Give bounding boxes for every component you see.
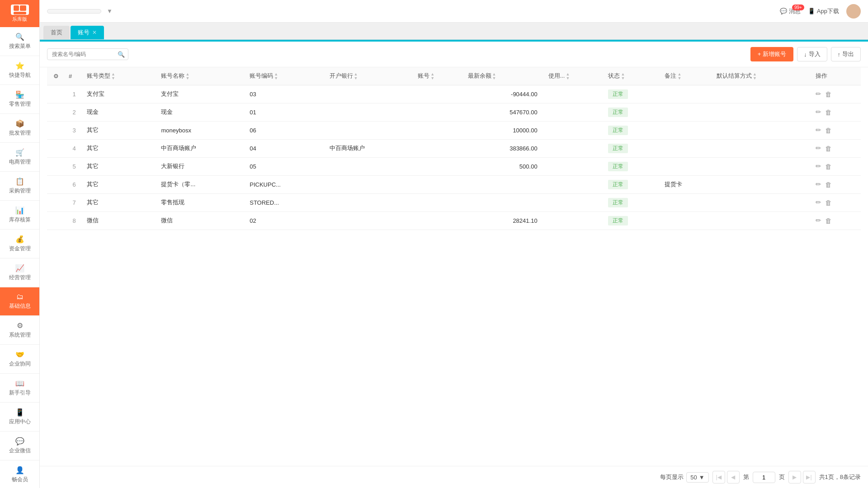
col-usage[interactable]: 使用...▲▼ <box>545 67 605 85</box>
tab-account[interactable]: 账号✕ <box>71 26 104 39</box>
sidebar-item-wholesale[interactable]: 📦批发管理 <box>0 114 39 143</box>
col-account[interactable]: 账号▲▼ <box>414 67 464 85</box>
download-button[interactable]: 📱 App下载 <box>808 7 839 15</box>
account-search-input[interactable] <box>47 48 128 60</box>
sidebar-item-retail[interactable]: 🏪零售管理 <box>0 85 39 114</box>
sidebar-item-agreement[interactable]: 🤝企业协同 <box>0 345 39 374</box>
import-icon: ↓ <box>804 51 807 58</box>
row-code-cell: PICKUPC... <box>246 175 326 193</box>
sidebar-item-purchase[interactable]: 📋采购管理 <box>0 172 39 201</box>
user-avatar[interactable] <box>846 4 861 19</box>
sidebar-label-system: 系统管理 <box>9 331 31 339</box>
page-label: 第 <box>743 473 749 481</box>
row-name-cell: 现金 <box>157 103 246 121</box>
row-remark-cell <box>661 139 713 157</box>
tab-home[interactable]: 首页 <box>43 26 70 39</box>
sidebar-item-operation[interactable]: 📈经营管理 <box>0 258 39 287</box>
row-status-cell: 正常 <box>604 193 661 211</box>
edit-icon[interactable]: ✏ <box>816 216 821 225</box>
col-name[interactable]: 账号名称▲▼ <box>157 67 246 85</box>
sidebar-item-finance[interactable]: 💰资金管理 <box>0 230 39 258</box>
sidebar-item-ecommerce[interactable]: 🛒电商管理 <box>0 143 39 172</box>
row-remark-cell <box>661 85 713 103</box>
export-label: 导出 <box>842 50 854 58</box>
delete-icon[interactable]: 🗑 <box>825 163 832 170</box>
col-remark[interactable]: 备注▲▼ <box>661 67 713 85</box>
delete-icon[interactable]: 🗑 <box>825 90 832 98</box>
table-row: 8 微信 微信 02 28241.10 正常 ✏ 🗑 <box>47 211 861 230</box>
page-size-dropdown[interactable]: 50 ▼ <box>686 472 708 483</box>
delete-icon[interactable]: 🗑 <box>825 181 832 188</box>
page-size-value: 50 <box>690 474 697 481</box>
row-usage-cell <box>545 85 605 103</box>
col-gear[interactable]: ⚙ <box>47 67 65 85</box>
row-remark-cell <box>661 211 713 230</box>
edit-icon[interactable]: ✏ <box>816 126 821 134</box>
edit-icon[interactable]: ✏ <box>816 162 821 170</box>
row-usage-cell <box>545 121 605 139</box>
page-number-input[interactable] <box>753 472 775 483</box>
col-bank[interactable]: 开户银行▲▼ <box>326 67 415 85</box>
first-page-button[interactable]: |◀ <box>712 471 725 483</box>
delete-icon[interactable]: 🗑 <box>825 108 832 116</box>
row-account-cell <box>414 157 464 175</box>
col-default-payment[interactable]: 默认结算方式▲▼ <box>713 67 812 85</box>
search-icon[interactable]: 🔍 <box>118 51 125 58</box>
prev-page-button[interactable]: ◀ <box>727 471 740 483</box>
messages-button[interactable]: 💬 消息 99+ <box>780 7 801 15</box>
last-page-button[interactable]: ▶| <box>803 471 816 483</box>
edit-icon[interactable]: ✏ <box>816 108 821 116</box>
edit-icon[interactable]: ✏ <box>816 198 821 206</box>
system-icon: ⚙ <box>17 321 23 330</box>
delete-icon[interactable]: 🗑 <box>825 199 832 206</box>
row-remark-cell <box>661 103 713 121</box>
header-dropdown[interactable]: ▼ <box>107 8 113 14</box>
page-total: 共1页，8条记录 <box>819 473 861 481</box>
sidebar-item-search[interactable]: 🔍搜索菜单 <box>0 27 39 56</box>
edit-icon[interactable]: ✏ <box>816 180 821 188</box>
apps-icon: 📱 <box>15 408 24 417</box>
col-type[interactable]: 账号类型▲▼ <box>83 67 157 85</box>
sidebar-item-system[interactable]: ⚙系统管理 <box>0 316 39 345</box>
sidebar-item-basic[interactable]: 🗂基础信息 <box>0 287 39 316</box>
sidebar-item-member[interactable]: 👤畅会员 <box>0 460 39 488</box>
delete-icon[interactable]: 🗑 <box>825 145 832 152</box>
row-type-cell: 微信 <box>83 211 157 230</box>
tab-close-account[interactable]: ✕ <box>92 29 97 36</box>
row-actions-cell: ✏ 🗑 <box>812 157 861 175</box>
row-account-cell <box>414 193 464 211</box>
row-usage-cell <box>545 157 605 175</box>
row-code-cell: 06 <box>246 121 326 139</box>
row-type-cell: 其它 <box>83 139 157 157</box>
row-name-cell: 大新银行 <box>157 157 246 175</box>
page-navigation: |◀ ◀ 第 页 ▶ ▶| <box>712 471 816 483</box>
chat-icon: 💬 <box>780 8 787 14</box>
sidebar-item-guide[interactable]: 📖新手引导 <box>0 374 39 403</box>
export-button[interactable]: ↑ 导出 <box>831 47 861 61</box>
row-gear-cell <box>47 121 65 139</box>
row-num-cell: 5 <box>65 157 83 175</box>
row-status-cell: 正常 <box>604 175 661 193</box>
import-button[interactable]: ↓ 导入 <box>797 47 827 61</box>
col-code[interactable]: 账号编码▲▼ <box>246 67 326 85</box>
row-status-cell: 正常 <box>604 121 661 139</box>
row-bank-cell <box>326 85 415 103</box>
col-balance[interactable]: 最新余额▲▼ <box>464 67 545 85</box>
sidebar-item-inventory[interactable]: 📊库存核算 <box>0 201 39 230</box>
col-status[interactable]: 状态▲▼ <box>604 67 661 85</box>
row-balance-cell: 547670.00 <box>464 103 545 121</box>
edit-icon[interactable]: ✏ <box>816 90 821 98</box>
sidebar-item-apps[interactable]: 📱应用中心 <box>0 403 39 432</box>
sidebar-item-wechat[interactable]: 💬企业微信 <box>0 432 39 460</box>
row-account-cell <box>414 103 464 121</box>
delete-icon[interactable]: 🗑 <box>825 217 832 225</box>
row-account-cell <box>414 211 464 230</box>
next-page-button[interactable]: ▶ <box>788 471 801 483</box>
sidebar-item-shortcut[interactable]: ⭐快捷导航 <box>0 56 39 85</box>
edit-icon[interactable]: ✏ <box>816 144 821 152</box>
add-account-button[interactable]: + 新增账号 <box>750 47 793 61</box>
toolbar-left: 🔍 <box>47 48 128 60</box>
delete-icon[interactable]: 🗑 <box>825 127 832 134</box>
svg-rect-2 <box>14 12 26 14</box>
top-search-input[interactable] <box>47 9 101 14</box>
